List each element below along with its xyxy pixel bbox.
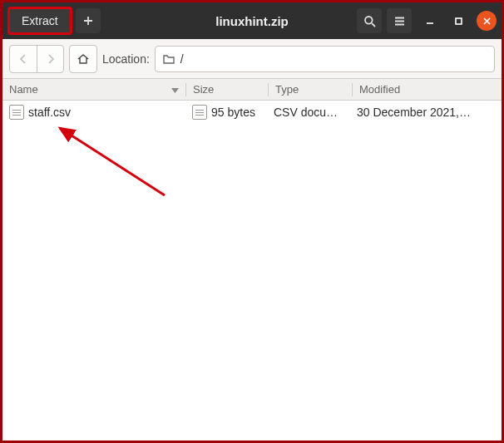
svg-point-0 [365,17,373,24]
maximize-button[interactable] [448,11,468,31]
file-modified-cell: 30 December 2021,… [350,106,502,119]
file-size-cell: 95 bytes [185,105,267,120]
maximize-icon [454,17,463,26]
modified-column-header[interactable]: Modified [353,83,502,96]
nav-arrow-group [9,45,64,73]
window-frame: Extract linuxhint.zip [0,0,504,443]
size-column-header[interactable]: Size [186,83,268,96]
close-icon [482,17,492,26]
text-file-icon [9,105,24,120]
table-row[interactable]: staff.csv 95 bytes CSV docum… 30 Decembe… [2,101,502,124]
add-files-button[interactable] [76,8,101,33]
name-column-header[interactable]: Name [2,83,185,96]
search-icon [363,15,376,27]
chevron-left-icon [18,53,28,65]
location-input[interactable]: / [155,46,495,72]
file-list: staff.csv 95 bytes CSV docum… 30 Decembe… [2,101,502,441]
folder-icon [162,52,175,66]
file-type-cell: CSV docum… [267,106,350,119]
close-window-button[interactable] [477,11,497,31]
back-button[interactable] [10,46,37,72]
location-path: / [180,52,184,66]
hamburger-menu-button[interactable] [387,8,412,33]
text-file-icon [192,105,207,120]
minimize-button[interactable] [420,11,440,31]
svg-line-2 [60,128,165,195]
forward-button[interactable] [37,46,63,72]
home-button[interactable] [70,46,96,72]
plus-icon [82,15,94,27]
minimize-icon [425,16,435,26]
svg-rect-1 [456,18,462,24]
chevron-right-icon [46,53,56,65]
annotation-arrow [48,125,181,216]
location-label: Location: [102,52,150,66]
search-button[interactable] [357,8,382,33]
sort-indicator-icon [171,83,179,96]
extract-button[interactable]: Extract [7,7,72,35]
type-column-header[interactable]: Type [269,83,352,96]
hamburger-icon [393,15,406,27]
navigation-toolbar: Location: / [2,39,502,79]
header-bar: Extract linuxhint.zip [2,2,502,39]
file-name-cell: staff.csv [2,105,185,120]
column-headers: Name Size Type Modified [2,79,502,101]
home-icon [77,52,90,66]
home-group [69,45,97,73]
